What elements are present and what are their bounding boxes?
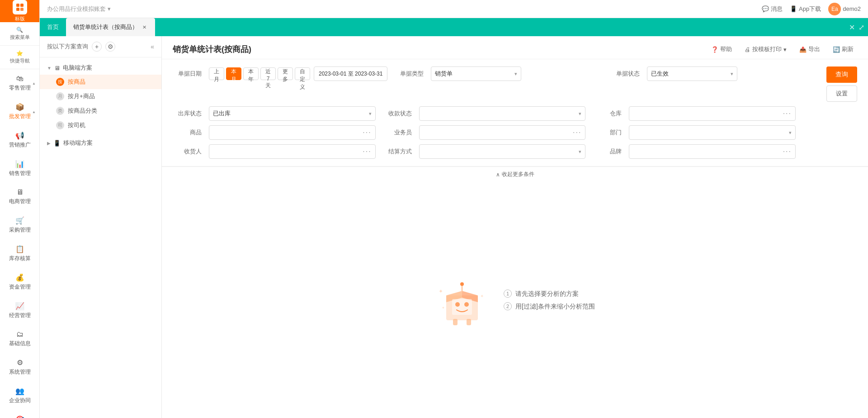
step2-text: 用[过滤]条件来缩小分析范围 (515, 300, 595, 313)
wholesale-icon: 📦 (15, 103, 24, 111)
tab-home[interactable]: 首页 (40, 18, 66, 36)
scheme-item-by-category[interactable]: 类 按商品分类 (40, 104, 161, 118)
tab-sales-stats[interactable]: 销货单统计表（按商品） ✕ (66, 18, 155, 36)
scheme-settings-btn[interactable]: ⚙ (105, 42, 115, 52)
goods-dots: ··· (363, 128, 371, 137)
scheme-item-by-goods[interactable]: 按 按商品 (40, 75, 161, 89)
svg-text:✦: ✦ (442, 306, 445, 310)
refresh-btn[interactable]: 🔄 刷新 (829, 43, 857, 55)
sidebar-item-guide[interactable]: 🎯 新手引导 (0, 410, 39, 418)
sales-input[interactable]: ··· (419, 125, 586, 140)
export-label: 导出 (808, 45, 820, 53)
topbar-dropdown-icon[interactable]: ▾ (108, 5, 111, 12)
svg-rect-1 (20, 4, 24, 7)
app-download-btn[interactable]: 📱 App下载 (790, 5, 821, 13)
sidebar-item-marketing[interactable]: 📢 营销推广 (0, 126, 39, 154)
svg-text:✦: ✦ (480, 294, 484, 299)
payment-select[interactable]: ▾ (419, 144, 586, 159)
user-profile[interactable]: Ea demo2 (828, 3, 861, 15)
dept-dropdown-icon: ▾ (789, 130, 792, 136)
tabbar: 首页 销货单统计表（按商品） ✕ ✕ ⤢ (40, 18, 868, 36)
receiver-dots: ··· (363, 147, 371, 156)
print-btn[interactable]: 🖨 按模板打印 ▾ (741, 43, 790, 55)
date-btn-more[interactable]: 更多 (278, 67, 293, 80)
sidebar-item-label-finance: 资金管理 (9, 283, 31, 291)
svg-rect-3 (20, 8, 24, 11)
svg-point-6 (455, 302, 460, 307)
date-btn-custom[interactable]: 自定义 (295, 67, 310, 80)
scheme-item-by-driver[interactable]: 司 按司机 (40, 118, 161, 133)
bill-status-select[interactable]: 已生效 ▾ (647, 66, 737, 81)
tab-home-label: 首页 (47, 23, 59, 31)
bill-type-select[interactable]: 销货单 ▾ (431, 66, 521, 81)
brand-input[interactable]: ··· (629, 144, 796, 159)
receipt-status-select[interactable]: ▾ (419, 106, 586, 121)
scheme-label-goods: 按商品 (68, 78, 85, 86)
query-btn[interactable]: 查询 (826, 66, 857, 83)
receiver-input[interactable]: ··· (209, 144, 376, 159)
username: demo2 (843, 5, 861, 12)
sidebar-item-inventory[interactable]: 📋 库存核算 (0, 239, 39, 268)
print-label: 按模板打印 (752, 45, 782, 53)
date-btn-this-year[interactable]: 本年 (243, 67, 259, 80)
refresh-label: 刷新 (842, 45, 854, 53)
date-btn-this-month[interactable]: 本月 (226, 67, 241, 80)
app-logo: 标版 (0, 0, 40, 22)
export-btn[interactable]: 📤 导出 (796, 43, 824, 55)
out-status-select[interactable]: 已出库 ▾ (209, 106, 376, 121)
sidebar-item-label-system: 系统管理 (9, 368, 31, 376)
warehouse-dots: ··· (783, 109, 792, 118)
sidebar-item-label-purchase: 采购管理 (9, 226, 31, 234)
basic-icon: 🗂 (16, 330, 24, 338)
help-btn[interactable]: ❓ 帮助 (708, 43, 736, 55)
sidebar-item-system[interactable]: ⚙ 系统管理 (0, 353, 39, 381)
sidebar-item-ecommerce[interactable]: 🖥 电商管理 (0, 183, 39, 211)
dept-select[interactable]: ▾ (629, 125, 796, 140)
sidebar-item-finance[interactable]: 💰 资金管理 (0, 268, 39, 296)
tab-close-all-icon[interactable]: ✕ (849, 23, 855, 32)
empty-step2: 2 用[过滤]条件来缩小分析范围 (504, 300, 595, 313)
payment-dropdown-icon: ▾ (579, 149, 581, 155)
collapse-up-icon: ∧ (496, 171, 500, 178)
sidebar-item-retail[interactable]: 🛍 零售管理 (0, 69, 39, 97)
sidebar-item-basic[interactable]: 🗂 基础信息 (0, 325, 39, 353)
settings-btn[interactable]: 设置 (826, 86, 857, 102)
mobile-group-title[interactable]: ▶ 📱 移动端方案 (40, 136, 161, 150)
date-btn-7days[interactable]: 近7天 (260, 67, 276, 80)
date-label: 单据日期 (173, 70, 205, 78)
tab-close-btn[interactable]: ✕ (141, 24, 148, 31)
sidebar-item-sales[interactable]: 📊 销售管理 (0, 154, 39, 183)
inventory-icon: 📋 (15, 245, 24, 253)
page-title: 销货单统计表(按商品) (173, 44, 251, 55)
scheme-item-by-month-goods[interactable]: 月 按月+商品 (40, 89, 161, 104)
date-btn-last-month[interactable]: 上月 (209, 67, 224, 80)
sidebar-search[interactable]: 🔍 搜索菜单 (0, 22, 39, 46)
sidebar-item-wholesale[interactable]: 📦 批发管理 (0, 97, 39, 126)
tab-expand-icon[interactable]: ⤢ (859, 23, 864, 32)
sidebar-item-label-wholesale: 批发管理 (9, 113, 31, 120)
step1-text: 请先选择要分析的方案 (515, 287, 579, 300)
app-subtitle: 标版 (15, 15, 25, 22)
collapse-panel-btn[interactable]: « (151, 43, 154, 50)
goods-input[interactable]: ··· (209, 125, 376, 140)
sidebar-item-purchase[interactable]: 🛒 采购管理 (0, 211, 39, 239)
right-panel: 销货单统计表(按商品) ❓ 帮助 🖨 按模板打印 ▾ 📤 导出 (162, 36, 868, 418)
sidebar-item-management[interactable]: 📈 经营管理 (0, 296, 39, 325)
sidebar-item-collab[interactable]: 👥 企业协同 (0, 381, 39, 410)
empty-step1: 1 请先选择要分析的方案 (504, 287, 595, 300)
help-icon: ❓ (711, 46, 718, 53)
collapse-filter-btn[interactable]: ∧ 收起更多条件 (162, 166, 868, 182)
tabbar-actions: ✕ ⤢ (849, 23, 868, 32)
topbar-title: 办公用品行业模拟账套 ▾ (47, 5, 111, 13)
quick-nav[interactable]: ⭐ 快捷导航 (0, 46, 39, 69)
topbar-title-text: 办公用品行业模拟账套 (47, 5, 106, 13)
warehouse-input[interactable]: ··· (629, 106, 796, 121)
date-range-display[interactable]: 2023-03-01 至 2023-03-31 (314, 66, 387, 81)
bill-type-dropdown-icon: ▾ (514, 71, 517, 77)
add-scheme-btn[interactable]: + (92, 42, 102, 52)
msg-btn[interactable]: 💬 消息 (762, 5, 783, 13)
logo-icon (13, 0, 27, 14)
bill-type-label: 单据类型 (395, 70, 427, 78)
pc-group-title[interactable]: ▼ 🖥 电脑端方案 (40, 61, 161, 75)
search-label: 搜索菜单 (0, 34, 39, 41)
